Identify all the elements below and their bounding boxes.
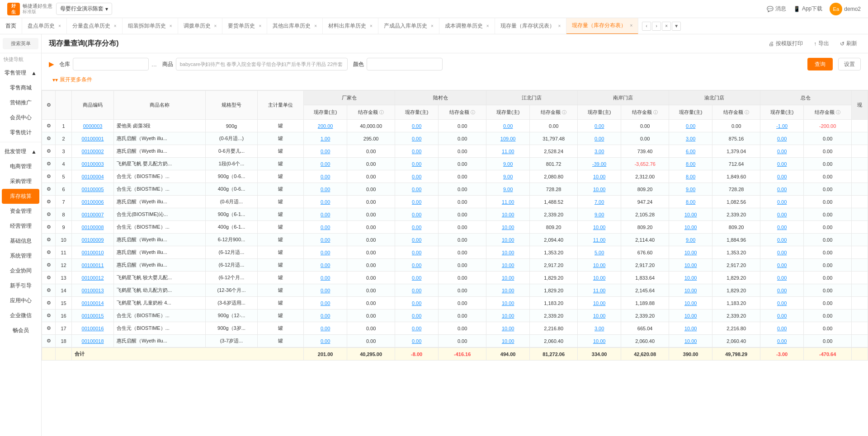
row-nb-qty[interactable]: 11.00 bbox=[577, 284, 621, 297]
row-nb-qty[interactable]: 10.00 bbox=[577, 259, 621, 272]
row-f-qty[interactable]: 0.00 bbox=[303, 246, 347, 259]
row-jb-qty[interactable]: 9.00 bbox=[486, 158, 530, 170]
row-nb-qty[interactable]: 10.00 bbox=[577, 221, 621, 234]
warehouse-input[interactable] bbox=[73, 58, 149, 70]
sidebar-item-retail-mall[interactable]: 零售商城 bbox=[0, 80, 41, 95]
sidebar-item-marketing[interactable]: 营销推广 bbox=[0, 95, 41, 110]
row-gear[interactable]: ⚙ bbox=[42, 120, 56, 132]
row-nb-qty[interactable]: 10.00 bbox=[577, 170, 621, 183]
row-code[interactable]: 00100003 bbox=[72, 158, 114, 170]
row-l-qty[interactable]: 0.00 bbox=[395, 234, 439, 246]
row-l-qty[interactable]: 0.00 bbox=[395, 196, 439, 208]
sidebar-item-apps[interactable]: 应用中心 bbox=[0, 293, 41, 308]
print-btn[interactable]: 🖨 按模版打印 bbox=[765, 38, 807, 49]
tab-11-active[interactable]: 现存量（库存分布表） × bbox=[566, 18, 638, 34]
tab-10[interactable]: 现存量（库存状况表） × bbox=[495, 18, 567, 34]
row-gear[interactable]: ⚙ bbox=[42, 132, 56, 145]
tab-3[interactable]: 组装拆卸单历史 × bbox=[123, 18, 178, 34]
row-gear[interactable]: ⚙ bbox=[42, 183, 56, 196]
row-code[interactable]: 00100006 bbox=[72, 196, 114, 208]
row-nb-qty[interactable]: 3.00 bbox=[577, 322, 621, 335]
row-f-qty[interactable]: 0.00 bbox=[303, 309, 347, 322]
row-yb-qty[interactable]: 10.00 bbox=[669, 297, 712, 309]
sidebar-item-guide[interactable]: 新手引导 bbox=[0, 278, 41, 293]
query-button[interactable]: 查询 bbox=[807, 58, 833, 70]
row-jb-qty[interactable]: 10.00 bbox=[486, 259, 530, 272]
row-f-qty[interactable]: 0.00 bbox=[303, 234, 347, 246]
row-nb-qty[interactable]: 10.00 bbox=[577, 183, 621, 196]
row-l-qty[interactable]: 0.00 bbox=[395, 335, 439, 348]
message-action[interactable]: 💬 消息 bbox=[767, 5, 786, 13]
row-total-qty[interactable]: 0.00 bbox=[760, 246, 804, 259]
row-jb-qty[interactable]: 10.00 bbox=[486, 284, 530, 297]
row-yb-qty[interactable]: 10.00 bbox=[669, 259, 712, 272]
row-total-qty[interactable]: 0.00 bbox=[760, 221, 804, 234]
row-l-qty[interactable]: 0.00 bbox=[395, 170, 439, 183]
color-input[interactable] bbox=[367, 58, 443, 70]
row-f-qty[interactable]: 0.00 bbox=[303, 158, 347, 170]
row-total-qty[interactable]: 0.00 bbox=[760, 259, 804, 272]
row-gear[interactable]: ⚙ bbox=[42, 221, 56, 234]
sidebar-item-wholesale[interactable]: 批发管理 ▲ bbox=[0, 144, 41, 159]
row-l-qty[interactable]: 0.00 bbox=[395, 145, 439, 158]
row-l-qty[interactable]: 0.00 bbox=[395, 221, 439, 234]
row-gear[interactable]: ⚙ bbox=[42, 309, 56, 322]
tab-close-4[interactable]: × bbox=[214, 23, 217, 28]
row-yb-qty[interactable]: 9.00 bbox=[669, 234, 712, 246]
refresh-btn[interactable]: ↺ 刷新 bbox=[836, 38, 861, 49]
row-nb-qty[interactable]: 0.00 bbox=[577, 120, 621, 132]
row-l-qty[interactable]: 0.00 bbox=[395, 322, 439, 335]
search-button[interactable]: 搜索英单 bbox=[3, 38, 38, 49]
row-jb-qty[interactable]: 109.00 bbox=[486, 132, 530, 145]
row-yb-qty[interactable]: 6.00 bbox=[669, 145, 712, 158]
row-total-qty[interactable]: 0.00 bbox=[760, 132, 804, 145]
info-icon-4[interactable]: ⓘ bbox=[653, 110, 658, 115]
row-nb-qty[interactable]: 0.00 bbox=[577, 132, 621, 145]
row-l-qty[interactable]: 0.00 bbox=[395, 132, 439, 145]
row-gear[interactable]: ⚙ bbox=[42, 158, 56, 170]
sidebar-item-purchase[interactable]: 采购管理 bbox=[0, 174, 41, 189]
row-nb-qty[interactable]: -39.00 bbox=[577, 158, 621, 170]
row-code[interactable]: 00100004 bbox=[72, 170, 114, 183]
row-code[interactable]: 00100011 bbox=[72, 259, 114, 272]
row-gear[interactable]: ⚙ bbox=[42, 170, 56, 183]
row-nb-qty[interactable]: 10.00 bbox=[577, 297, 621, 309]
row-f-qty[interactable]: 0.00 bbox=[303, 335, 347, 348]
row-yb-qty[interactable]: 10.00 bbox=[669, 272, 712, 284]
row-l-qty[interactable]: 0.00 bbox=[395, 259, 439, 272]
tab-close-8[interactable]: × bbox=[431, 23, 434, 28]
tab-2[interactable]: 分量盘点单历史 × bbox=[67, 18, 123, 34]
row-total-qty[interactable]: 0.00 bbox=[760, 158, 804, 170]
setting-button[interactable]: 设置 bbox=[838, 58, 861, 70]
row-l-qty[interactable]: 0.00 bbox=[395, 208, 439, 221]
row-nb-qty[interactable]: 5.00 bbox=[577, 246, 621, 259]
row-f-qty[interactable]: 1.00 bbox=[303, 132, 347, 145]
row-f-qty[interactable]: 0.00 bbox=[303, 221, 347, 234]
row-jb-qty[interactable]: 10.00 bbox=[486, 208, 530, 221]
row-nb-qty[interactable]: 10.00 bbox=[577, 335, 621, 348]
row-f-qty[interactable]: 0.00 bbox=[303, 196, 347, 208]
info-icon-5[interactable]: ⓘ bbox=[745, 110, 749, 115]
row-yb-qty[interactable]: 10.00 bbox=[669, 284, 712, 297]
expand-conditions-btn[interactable]: ▾▾ 展开更多条件 bbox=[49, 74, 96, 85]
row-code[interactable]: 00100015 bbox=[72, 309, 114, 322]
info-icon-6[interactable]: ⓘ bbox=[836, 110, 840, 115]
row-gear[interactable]: ⚙ bbox=[42, 234, 56, 246]
row-jb-qty[interactable]: 0.00 bbox=[486, 120, 530, 132]
row-f-qty[interactable]: 0.00 bbox=[303, 170, 347, 183]
row-code[interactable]: 00100005 bbox=[72, 183, 114, 196]
tab-5[interactable]: 要货单历史 × bbox=[222, 18, 267, 34]
row-l-qty[interactable]: 0.00 bbox=[395, 183, 439, 196]
row-gear[interactable]: ⚙ bbox=[42, 246, 56, 259]
row-yb-qty[interactable]: 8.00 bbox=[669, 158, 712, 170]
row-code[interactable]: 00100016 bbox=[72, 322, 114, 335]
row-f-qty[interactable]: 200.00 bbox=[303, 120, 347, 132]
row-total-qty[interactable]: 0.00 bbox=[760, 284, 804, 297]
row-f-qty[interactable]: 0.00 bbox=[303, 183, 347, 196]
row-nb-qty[interactable]: 10.00 bbox=[577, 272, 621, 284]
row-jb-qty[interactable]: 10.00 bbox=[486, 322, 530, 335]
row-nb-qty[interactable]: 10.00 bbox=[577, 309, 621, 322]
row-gear[interactable]: ⚙ bbox=[42, 322, 56, 335]
row-nb-qty[interactable]: 9.00 bbox=[577, 208, 621, 221]
sidebar-item-basics[interactable]: 基础信息 bbox=[0, 234, 41, 248]
